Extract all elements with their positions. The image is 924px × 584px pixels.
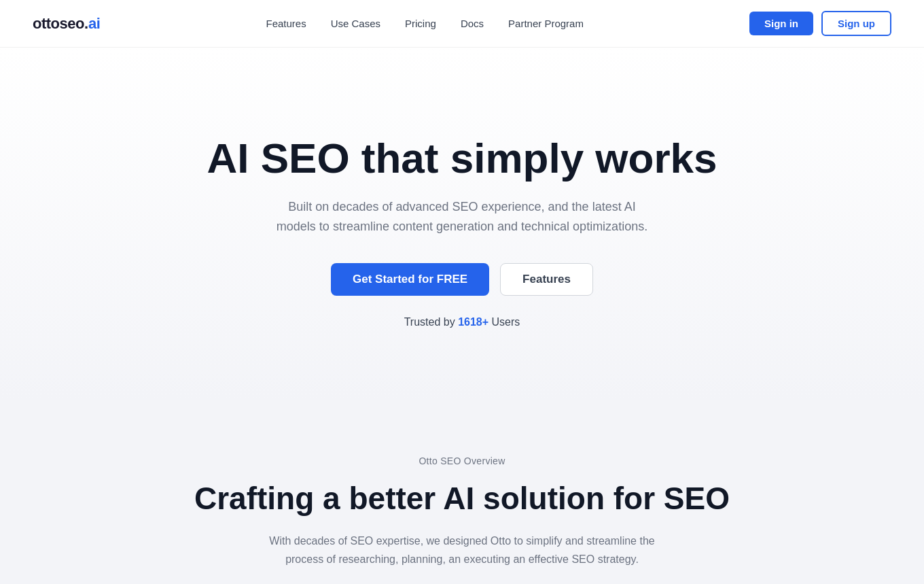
nav-link-pricing[interactable]: Pricing xyxy=(405,18,436,29)
nav-link-docs[interactable]: Docs xyxy=(461,18,484,29)
overview-subtitle-line2: process of researching, planning, an exe… xyxy=(285,553,639,565)
signup-button[interactable]: Sign up xyxy=(821,11,891,36)
logo-text-otto: otto xyxy=(33,15,60,33)
get-started-button[interactable]: Get Started for FREE xyxy=(331,263,489,296)
hero-cta-group: Get Started for FREE Features xyxy=(331,263,593,296)
overview-section: Otto SEO Overview Crafting a better AI s… xyxy=(0,401,924,584)
overview-subtitle-line1: With decades of SEO expertise, we design… xyxy=(269,535,654,547)
hero-subtitle-line2: models to streamline content generation … xyxy=(277,220,647,233)
nav-actions: Sign in Sign up xyxy=(749,11,891,36)
nav-link-partner-program[interactable]: Partner Program xyxy=(508,18,584,29)
trust-prefix: Trusted by xyxy=(404,316,458,328)
logo[interactable]: ottoseo.ai xyxy=(33,15,100,33)
logo-text-ai: ai xyxy=(88,15,100,33)
logo-text-seo: seo xyxy=(60,15,84,33)
nav-link-features[interactable]: Features xyxy=(266,18,306,29)
trust-suffix: Users xyxy=(488,316,520,328)
overview-label: Otto SEO Overview xyxy=(419,456,505,466)
signin-button[interactable]: Sign in xyxy=(749,12,813,35)
features-button[interactable]: Features xyxy=(500,263,593,296)
hero-section: AI SEO that simply works Built on decade… xyxy=(0,48,924,401)
overview-subtitle: With decades of SEO expertise, we design… xyxy=(269,532,654,568)
hero-trust-text: Trusted by 1618+ Users xyxy=(404,316,520,328)
trust-count: 1618+ xyxy=(458,316,488,328)
nav-links: Features Use Cases Pricing Docs Partner … xyxy=(266,18,583,30)
hero-title: AI SEO that simply works xyxy=(207,134,717,182)
nav-link-use-cases[interactable]: Use Cases xyxy=(331,18,380,29)
hero-subtitle: Built on decades of advanced SEO experie… xyxy=(277,197,647,237)
navbar: ottoseo.ai Features Use Cases Pricing Do… xyxy=(0,0,924,48)
overview-title: Crafting a better AI solution for SEO xyxy=(194,480,730,517)
hero-subtitle-line1: Built on decades of advanced SEO experie… xyxy=(288,200,635,213)
